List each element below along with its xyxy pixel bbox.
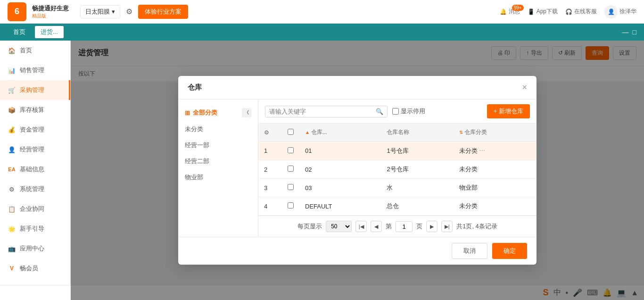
modal-close-btn[interactable]: × (522, 83, 527, 92)
maximize-icon[interactable]: □ (633, 28, 636, 36)
minimize-icon[interactable]: — (622, 28, 629, 36)
per-page-select[interactable]: 50 100 (326, 221, 352, 232)
brand-tag: 精品版 (32, 13, 69, 19)
row-category: 物业部 (454, 179, 537, 197)
sidebar-item-system[interactable]: ⚙ 系统管理 (0, 179, 70, 199)
modal-header: 仓库 × (178, 76, 537, 100)
collapse-cat-btn[interactable]: 《 (242, 108, 251, 117)
gear-icon[interactable]: ⚙ (126, 7, 132, 16)
sidebar-label-enterprise: 企业协同 (20, 205, 44, 213)
sidebar-label-system: 系统管理 (20, 185, 44, 193)
th-name: 仓库名称 (381, 124, 453, 142)
last-page-btn[interactable]: ▶| (441, 221, 453, 232)
modal-footer: 取消 确定 (178, 237, 537, 265)
show-disabled-checkbox[interactable] (392, 108, 399, 115)
sidebar-item-member[interactable]: V 畅会员 (0, 258, 70, 278)
sidebar-item-operations[interactable]: 👤 经营管理 (0, 140, 70, 159)
cat-item-property[interactable]: 物业部 (178, 169, 258, 185)
sidebar-item-inventory[interactable]: 📦 库存核算 (0, 100, 70, 120)
cat-item-unclassified[interactable]: 未分类 (178, 121, 258, 137)
confirm-btn[interactable]: 确定 (492, 243, 527, 259)
next-page-btn[interactable]: ▶ (426, 221, 438, 232)
total-label: 共1页, 4条记录 (456, 222, 497, 231)
th-category: ⇅ 仓库分类 (454, 124, 537, 142)
show-disabled-text: 显示停用 (401, 107, 425, 116)
sidebar-label-sales: 销售管理 (20, 66, 44, 75)
page-label-pre: 第 (386, 222, 392, 231)
th-checkbox (282, 124, 299, 142)
row-select-4[interactable] (288, 202, 294, 208)
table-row[interactable]: 2 02 2号仓库 未分类 (258, 160, 537, 179)
prev-page-btn[interactable]: ◀ (371, 221, 382, 232)
sidebar-item-basic-info[interactable]: EA 基础信息 (0, 159, 70, 179)
bell-icon: 🔔 (500, 8, 507, 15)
warehouse-modal: 仓库 × ⊞ 全部分类 《 未分类 (178, 76, 537, 265)
chevron-down-icon: ▾ (112, 8, 115, 15)
row-code: 01 (299, 142, 381, 160)
inventory-icon: 📦 (8, 106, 16, 114)
warehouse-table: ⚙ ▲ 仓库... (258, 124, 537, 216)
sort-icon-cat: ⇅ (459, 130, 463, 135)
experience-btn[interactable]: 体验行业方案 (138, 5, 188, 19)
sidebar-item-finance[interactable]: 💰 资金管理 (0, 120, 70, 140)
cat-item-dept1[interactable]: 经营一部 (178, 137, 258, 153)
sidebar-item-purchase[interactable]: 🛒 采购管理 (0, 80, 70, 100)
secondbar: 首页 进货... — □ (0, 24, 644, 41)
sidebar-item-guide[interactable]: 🌟 新手引导 (0, 219, 70, 239)
app-download-action[interactable]: 📱 App下载 (528, 8, 558, 16)
avatar: 👤 (604, 5, 618, 18)
cat-item-dept2[interactable]: 经营二部 (178, 153, 258, 169)
row-code: 03 (299, 179, 381, 197)
sidebar-item-home[interactable]: 🏠 首页 (0, 41, 70, 60)
sidebar-label-guide: 新手引导 (20, 225, 44, 233)
tab-purchase[interactable]: 进货... (35, 26, 64, 38)
sidebar-item-sales[interactable]: 📊 销售管理 (0, 60, 70, 80)
search-input[interactable] (269, 108, 376, 115)
notification-badge: 99+ (512, 5, 524, 11)
th-gear: ⚙ (258, 124, 282, 142)
sidebar-label-operations: 经营管理 (20, 145, 44, 154)
service-action[interactable]: 🎧 在线客服 (565, 8, 597, 16)
more-icon[interactable]: ··· (479, 146, 485, 154)
window-controls: — □ (622, 28, 636, 36)
search-input-wrap: 🔍 (265, 106, 388, 117)
topbar: 6 畅捷通好生意 精品版 日太阳膜 ▾ ⚙ 体验行业方案 🔔 消息 99+ 📱 … (0, 0, 644, 24)
sort-icon: ▲ (305, 130, 310, 135)
search-icon[interactable]: 🔍 (376, 108, 383, 115)
row-code: DEFAULT (299, 197, 381, 216)
row-select-3[interactable] (288, 184, 294, 190)
table-row[interactable]: 4 DEFAULT 总仓 未分类 (258, 197, 537, 216)
brand-info: 畅捷通好生意 精品版 (32, 4, 69, 19)
row-name: 总仓 (381, 197, 453, 216)
category-sidebar: ⊞ 全部分类 《 未分类 经营一部 经营二部 (178, 100, 258, 237)
table-row[interactable]: 1 01 1号仓库 未分类 ··· (258, 142, 537, 160)
basic-info-icon: EA (8, 165, 16, 174)
modal-body: ⊞ 全部分类 《 未分类 经营一部 经营二部 (178, 100, 537, 237)
row-name: 2号仓库 (381, 160, 453, 179)
row-checkbox (282, 197, 299, 216)
row-checkbox (282, 142, 299, 160)
row-category: 未分类 ··· (454, 142, 537, 160)
table-toolbar: 🔍 显示停用 + 新增仓库 (258, 100, 537, 124)
cat-all[interactable]: ⊞ 全部分类 《 (178, 104, 258, 121)
add-warehouse-btn[interactable]: + 新增仓库 (487, 104, 530, 118)
cancel-btn[interactable]: 取消 (452, 243, 487, 259)
avatar-icon: 👤 (608, 8, 615, 15)
operations-icon: 👤 (8, 145, 16, 154)
row-name: 水 (381, 179, 453, 197)
home-icon: 🏠 (8, 46, 16, 55)
user-action[interactable]: 👤 徐泽华 (604, 5, 636, 18)
first-page-btn[interactable]: |◀ (355, 221, 367, 232)
notification-action[interactable]: 🔔 消息 99+ (500, 8, 520, 16)
tab-home[interactable]: 首页 (8, 26, 31, 38)
sidebar: 🏠 首页 📊 销售管理 🛒 采购管理 📦 库存核算 💰 资金管理 👤 经营管理 … (0, 41, 71, 300)
th-code: ▲ 仓库... (299, 124, 381, 142)
row-select-2[interactable] (288, 166, 294, 172)
table-row[interactable]: 3 03 水 物业部 (258, 179, 537, 197)
page-input[interactable] (396, 221, 413, 232)
sidebar-item-apps[interactable]: 📺 应用中心 (0, 239, 70, 258)
select-all-checkbox[interactable] (288, 129, 294, 135)
store-selector[interactable]: 日太阳膜 ▾ (80, 5, 120, 18)
sidebar-item-enterprise[interactable]: 📋 企业协同 (0, 199, 70, 219)
row-select-1[interactable] (288, 147, 294, 153)
